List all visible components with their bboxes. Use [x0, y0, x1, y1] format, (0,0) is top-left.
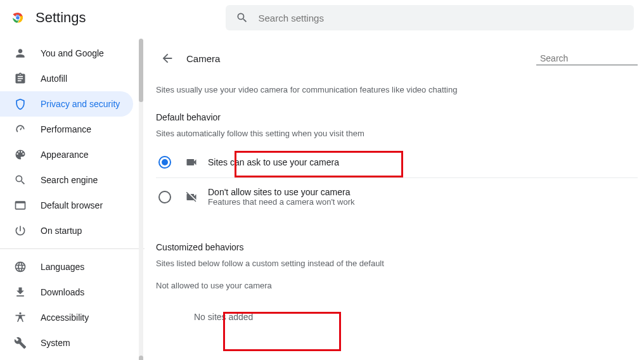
shield-icon	[14, 98, 27, 110]
page-description: Sites usually use your video camera for …	[156, 85, 638, 94]
scrollbar-thumb[interactable]	[139, 356, 143, 360]
customized-behaviors-title: Customized behaviors	[156, 242, 638, 252]
sidebar-item-downloads[interactable]: Downloads	[0, 280, 133, 305]
sidebar-item-search-engine[interactable]: Search engine	[0, 167, 133, 193]
sidebar-item-label: You and Google	[41, 48, 104, 58]
not-allowed-title: Not allowed to use your camera	[156, 281, 638, 290]
sidebar-item-label: Languages	[41, 262, 84, 272]
no-sites-added: No sites added	[156, 299, 638, 335]
clipboard-icon	[14, 72, 27, 85]
speedometer-icon	[14, 123, 27, 136]
sidebar-item-label: On startup	[41, 226, 82, 236]
customized-behaviors-sub: Sites listed below follow a custom setti…	[156, 259, 638, 268]
sidebar-item-label: Autofill	[41, 74, 67, 84]
scrollbar-thumb[interactable]	[139, 39, 143, 102]
main-title: Camera	[186, 53, 220, 64]
power-icon	[14, 224, 27, 237]
sidebar-item-appearance[interactable]: Appearance	[0, 142, 133, 167]
radio-unselected-icon	[158, 191, 171, 203]
sidebar-item-label: Search engine	[41, 175, 98, 185]
radio-sites-can-ask[interactable]: Sites can ask to use your camera	[156, 147, 638, 177]
sidebar-item-label: Appearance	[41, 150, 89, 160]
radio-sublabel: Features that need a camera won't work	[208, 197, 355, 207]
sidebar-item-performance[interactable]: Performance	[0, 117, 133, 142]
sidebar-item-label: Performance	[41, 124, 91, 134]
radio-label: Don't allow sites to use your camera	[208, 187, 355, 197]
palette-icon	[14, 148, 27, 161]
search-settings-input[interactable]	[259, 13, 624, 23]
radio-selected-icon	[158, 156, 171, 169]
search-icon	[236, 11, 248, 24]
radio-dont-allow[interactable]: Don't allow sites to use your camera Fea…	[156, 178, 638, 215]
sidebar-item-label: Downloads	[41, 287, 84, 297]
sidebar-item-on-startup[interactable]: On startup	[0, 218, 133, 243]
sidebar-item-label: System	[41, 338, 70, 348]
search-icon	[14, 174, 27, 186]
sidebar-item-accessibility[interactable]: Accessibility	[0, 305, 133, 330]
sidebar-item-languages[interactable]: Languages	[0, 254, 133, 280]
sidebar-item-you-and-google[interactable]: You and Google	[0, 41, 133, 66]
sidebar-item-default-browser[interactable]: Default browser	[0, 193, 133, 218]
back-button[interactable]	[156, 47, 179, 70]
search-settings-bar[interactable]	[226, 5, 634, 30]
header: Settings	[0, 0, 644, 35]
chrome-logo-icon	[10, 10, 25, 25]
wrench-icon	[14, 337, 27, 349]
accessibility-icon	[14, 311, 27, 324]
main-content: Camera Sites usually use your video came…	[145, 35, 644, 360]
sidebar-scrollbar[interactable]	[139, 39, 143, 360]
main-header: Camera	[156, 47, 638, 70]
sidebar-item-system[interactable]: System	[0, 330, 133, 356]
sidebar-item-label: Default browser	[41, 200, 103, 210]
main-search[interactable]	[536, 52, 638, 65]
sidebar-item-label: Accessibility	[41, 312, 89, 323]
person-icon	[14, 47, 27, 60]
sidebar-item-autofill[interactable]: Autofill	[0, 66, 133, 91]
main-search-input[interactable]	[540, 53, 644, 63]
globe-icon	[14, 260, 27, 273]
camera-off-icon	[185, 191, 198, 203]
sidebar-item-privacy-security[interactable]: Privacy and security	[0, 91, 133, 117]
page-title: Settings	[35, 10, 86, 26]
sidebar-item-label: Privacy and security	[41, 99, 120, 109]
arrow-left-icon	[160, 51, 174, 65]
camera-icon	[185, 156, 198, 169]
radio-label: Sites can ask to use your camera	[208, 157, 339, 167]
default-behavior-sub: Sites automatically follow this setting …	[156, 129, 638, 138]
browser-icon	[14, 199, 27, 212]
svg-point-2	[16, 16, 20, 20]
download-icon	[14, 286, 27, 299]
default-behavior-title: Default behavior	[156, 112, 638, 122]
sidebar-divider	[0, 248, 145, 249]
sidebar: You and Google Autofill Privacy and secu…	[0, 35, 145, 360]
